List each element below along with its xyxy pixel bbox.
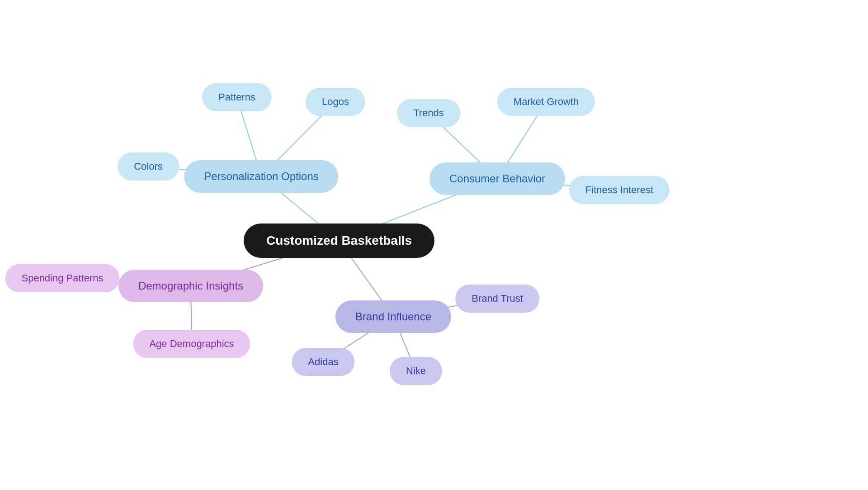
logos-node[interactable]: Logos <box>306 88 365 116</box>
brand-trust-node[interactable]: Brand Trust <box>455 285 539 313</box>
demographic-insights-node[interactable]: Demographic Insights <box>118 270 263 302</box>
adidas-node[interactable]: Adidas <box>292 348 354 376</box>
age-demographics-node[interactable]: Age Demographics <box>133 330 250 358</box>
market-growth-node[interactable]: Market Growth <box>497 88 595 116</box>
personalization-options-node[interactable]: Personalization Options <box>184 160 338 193</box>
patterns-node[interactable]: Patterns <box>202 83 272 111</box>
spending-patterns-node[interactable]: Spending Patterns <box>5 264 119 292</box>
center-node[interactable]: Customized Basketballs <box>244 224 434 258</box>
nike-node[interactable]: Nike <box>390 357 442 385</box>
colors-node[interactable]: Colors <box>118 152 179 181</box>
fitness-interest-node[interactable]: Fitness Interest <box>569 176 670 204</box>
trends-node[interactable]: Trends <box>397 99 460 127</box>
consumer-behavior-node[interactable]: Consumer Behavior <box>429 162 565 195</box>
brand-influence-node[interactable]: Brand Influence <box>335 300 451 333</box>
